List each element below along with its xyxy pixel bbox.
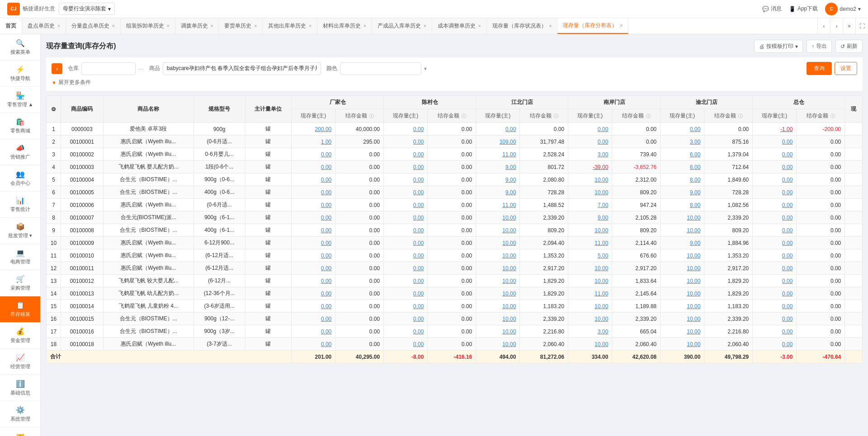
table-cell[interactable]: 0.00	[384, 173, 428, 186]
table-cell[interactable]: 0.00	[753, 173, 797, 186]
table-cell[interactable]: 10.00	[476, 325, 520, 338]
table-cell[interactable]: 10.00	[568, 262, 612, 275]
table-cell[interactable]: 11.00	[476, 148, 520, 161]
table-cell[interactable]: 10.00	[660, 313, 704, 325]
store-selector[interactable]: 母婴行业演示陈套 ▾	[59, 3, 115, 15]
table-cell[interactable]: 10.00	[660, 224, 704, 237]
tab-chengben[interactable]: 成本调整单历史 ×	[432, 18, 487, 34]
table-cell[interactable]: 0.00	[292, 224, 335, 237]
table-cell[interactable]: 0.00	[384, 199, 428, 211]
th-settings[interactable]: ⚙	[47, 96, 61, 123]
table-cell[interactable]: 3.00	[568, 325, 612, 338]
table-cell[interactable]: 10.00	[568, 275, 612, 287]
tab-close-icon[interactable]: ×	[57, 23, 60, 28]
table-cell[interactable]: 5.00	[568, 249, 612, 262]
table-cell[interactable]: 0.00	[753, 249, 797, 262]
table-cell[interactable]: 8.00	[660, 173, 704, 186]
table-cell[interactable]: 10.00	[660, 275, 704, 287]
table-cell[interactable]: 0.00	[384, 249, 428, 262]
tab-close-icon[interactable]: ×	[254, 23, 257, 28]
table-cell[interactable]: 11.00	[476, 199, 520, 211]
table-cell[interactable]: 0.00	[568, 123, 612, 136]
tab-zuzhuang[interactable]: 组装拆卸单历史 ×	[121, 18, 175, 34]
table-cell[interactable]: 0.00	[292, 262, 335, 275]
sidebar-item-operation[interactable]: 📈 经营管理	[0, 349, 40, 375]
tab-chancheng[interactable]: 产成品入库单历史 ×	[372, 18, 432, 34]
table-cell[interactable]: 0.00	[384, 287, 428, 300]
table-cell[interactable]: 0.00	[384, 148, 428, 161]
total-info-icon[interactable]: ⓘ	[830, 113, 835, 118]
table-cell[interactable]: 0.00	[384, 300, 428, 313]
expand-conditions-btn[interactable]: ▼ 展开更多条件	[52, 79, 91, 86]
tab-next-btn[interactable]: ›	[830, 18, 843, 34]
table-cell[interactable]: 10.00	[660, 262, 704, 275]
table-cell[interactable]: 1.00	[292, 136, 335, 148]
tab-fenliang[interactable]: 分量盘点单历史 ×	[66, 18, 121, 34]
table-cell[interactable]: 200.00	[292, 123, 335, 136]
export-btn[interactable]: ↑ 导出	[807, 40, 832, 53]
sidebar-item-basics[interactable]: ℹ️ 基础信息	[0, 375, 40, 401]
tab-kucun-status[interactable]: 现存量（库存状况表） ×	[487, 18, 558, 34]
table-cell[interactable]: 10.00	[476, 262, 520, 275]
cc-info-icon[interactable]: ⓘ	[462, 113, 466, 118]
sidebar-item-member[interactable]: 👥 会员中心	[0, 165, 40, 192]
table-cell[interactable]: 9.00	[476, 186, 520, 199]
table-cell[interactable]: 0.00	[476, 123, 520, 136]
yb-info-icon[interactable]: ⓘ	[738, 113, 743, 118]
tab-close-icon[interactable]: ×	[211, 23, 213, 28]
table-cell[interactable]: 109.00	[476, 136, 520, 148]
tab-close-icon[interactable]: ×	[478, 23, 481, 28]
fc-info-icon[interactable]: ⓘ	[369, 113, 374, 118]
table-cell[interactable]: 9.00	[568, 211, 612, 224]
table-cell[interactable]: 3.00	[568, 148, 612, 161]
sidebar-item-inventory[interactable]: 📋 库存核算	[0, 296, 40, 323]
table-cell[interactable]: 10.00	[476, 211, 520, 224]
user-profile[interactable]: E demo2 ▾	[825, 3, 861, 15]
table-cell[interactable]: 0.00	[753, 338, 797, 351]
table-cell[interactable]: 0.00	[753, 275, 797, 287]
table-cell[interactable]: 0.00	[753, 224, 797, 237]
table-cell[interactable]: 0.00	[384, 136, 428, 148]
table-cell[interactable]: 9.00	[660, 186, 704, 199]
table-cell[interactable]: 7.00	[568, 199, 612, 211]
table-cell[interactable]: 0.00	[384, 186, 428, 199]
table-cell[interactable]: 0.00	[292, 186, 335, 199]
message-btn[interactable]: 💬 消息	[762, 5, 782, 13]
table-cell[interactable]: 0.00	[292, 338, 335, 351]
sidebar-item-retail-stats[interactable]: 📊 零售统计	[0, 192, 40, 218]
settings-btn[interactable]: 设置	[835, 62, 857, 75]
table-cell[interactable]: 0.00	[753, 199, 797, 211]
table-cell[interactable]: 11.00	[568, 287, 612, 300]
table-cell[interactable]: 0.00	[384, 275, 428, 287]
table-cell[interactable]: 10.00	[568, 300, 612, 313]
sidebar-item-ecommerce[interactable]: 💻 电商管理	[0, 244, 40, 270]
table-cell[interactable]: 10.00	[568, 186, 612, 199]
table-cell[interactable]: 10.00	[568, 224, 612, 237]
warehouse-dots[interactable]: ···	[138, 65, 144, 72]
product-input[interactable]	[163, 62, 321, 75]
table-cell[interactable]: 10.00	[476, 275, 520, 287]
table-cell[interactable]: 10.00	[568, 313, 612, 325]
table-cell[interactable]: 0.00	[292, 325, 335, 338]
table-cell[interactable]: 0.00	[753, 161, 797, 173]
table-cell[interactable]: 10.00	[660, 287, 704, 300]
table-cell[interactable]: 10.00	[660, 325, 704, 338]
table-cell[interactable]: 8.00	[660, 199, 704, 211]
sidebar-item-system[interactable]: ⚙️ 系统管理	[0, 401, 40, 427]
table-cell[interactable]: 0.00	[753, 136, 797, 148]
table-cell[interactable]: 0.00	[384, 224, 428, 237]
tab-close-icon[interactable]: ×	[309, 23, 311, 28]
refresh-btn[interactable]: ↺ 刷新	[835, 40, 863, 53]
tab-expand-btn[interactable]: ⛶	[855, 18, 868, 34]
table-cell[interactable]: 0.00	[384, 313, 428, 325]
table-cell[interactable]: 0.00	[292, 199, 335, 211]
sidebar-item-retail-store[interactable]: 🛍️ 零售商城	[0, 113, 40, 139]
print-btn[interactable]: 🖨 按模板打印 ▾	[754, 40, 803, 53]
color-dropdown-icon[interactable]: ▾	[424, 66, 427, 72]
table-cell[interactable]: 0.00	[660, 123, 704, 136]
table-cell[interactable]: 0.00	[292, 249, 335, 262]
table-cell[interactable]: -1.00	[753, 123, 797, 136]
table-cell[interactable]: 10.00	[568, 173, 612, 186]
table-cell[interactable]: 0.00	[292, 161, 335, 173]
table-cell[interactable]: 0.00	[753, 287, 797, 300]
